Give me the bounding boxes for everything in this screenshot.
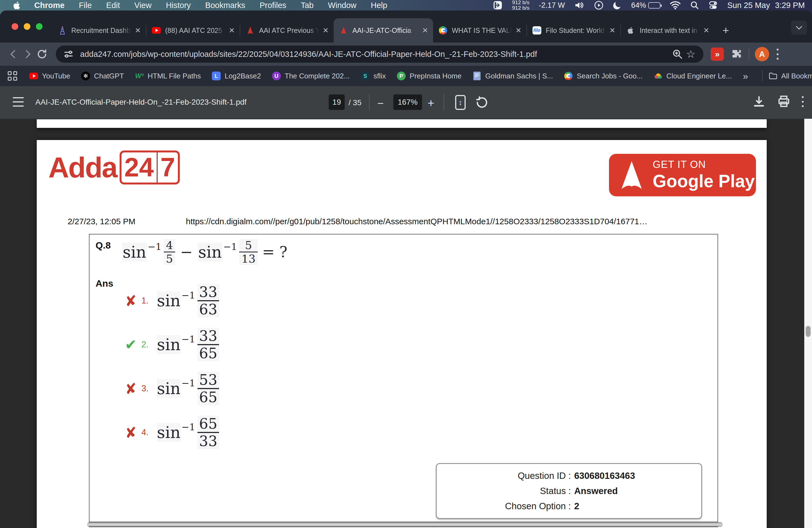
google-play-badge[interactable]: GET IT ON Google Play <box>609 154 756 196</box>
tab-youtube-aai-atc[interactable]: (88) AAI ATC 2025 ✕ <box>146 18 240 43</box>
minimize-window-button[interactable] <box>24 23 30 30</box>
pdf-scrollbar-track[interactable] <box>804 119 812 528</box>
menu-clock[interactable]: Sun 25 May 3:29 PM <box>727 1 805 10</box>
menu-profiles[interactable]: Profiles <box>260 1 286 10</box>
apps-grid-icon[interactable] <box>8 71 17 80</box>
tab-title: WHAT IS THE VALU <box>452 27 513 34</box>
status-value: Answered <box>574 486 701 496</box>
bookmark-label: Cloud Engineer Le... <box>666 72 732 80</box>
menu-chrome[interactable]: Chrome <box>34 1 64 10</box>
menu-window[interactable]: Window <box>328 1 356 10</box>
tab-title: Recruitment Dashb <box>71 27 133 34</box>
logo-24: 24 <box>121 152 157 182</box>
tab-close-icon[interactable]: ✕ <box>609 26 615 35</box>
close-window-button[interactable] <box>12 23 18 30</box>
pdf-page-input[interactable]: 19 <box>329 94 345 110</box>
bookmark-log2base2[interactable]: L Log2Base2 <box>212 72 261 80</box>
pdf-toolbar: AAI-JE-ATC-Official-Paper-Held-On_-21-Fe… <box>0 86 812 119</box>
bookmarks-overflow-icon[interactable]: » <box>743 71 748 82</box>
tab-close-icon[interactable]: ✕ <box>323 26 329 35</box>
sflix-icon: S <box>361 72 369 80</box>
media-play-icon[interactable] <box>594 1 604 10</box>
adda247-favicon <box>339 26 348 35</box>
adda247-favicon <box>246 26 255 35</box>
bookmark-chatgpt[interactable]: ✻ ChatGPT <box>81 72 124 80</box>
app-window-icon[interactable] <box>493 0 503 10</box>
tab-interact-with-text[interactable]: Interact with text in ✕ <box>621 18 714 43</box>
pdf-print-button[interactable] <box>777 94 791 109</box>
bookmark-udemy-course[interactable]: U The Complete 202... <box>272 72 350 80</box>
bookmark-sflix[interactable]: S sflix <box>361 72 386 80</box>
menu-tab[interactable]: Tab <box>301 1 314 10</box>
bookmark-prepinsta[interactable]: P PrepInsta Home <box>397 72 462 80</box>
battery-status[interactable]: 64% <box>631 1 661 10</box>
menu-history[interactable]: History <box>166 1 191 10</box>
tab-close-icon[interactable]: ✕ <box>422 26 428 35</box>
menu-edit[interactable]: Edit <box>106 1 120 10</box>
network-speed[interactable]: 912 b/s 912 b/s <box>512 0 529 11</box>
bookmark-html-file-paths[interactable]: W³ HTML File Paths <box>135 72 201 80</box>
pdf-fit-page-button[interactable]: ↕ <box>455 95 466 110</box>
focus-moon-icon[interactable] <box>613 1 622 10</box>
badge-google-play: Google Play <box>653 171 755 191</box>
tab-google-search[interactable]: WHAT IS THE VALU ✕ <box>433 18 526 43</box>
bookmarks-separator <box>762 70 763 82</box>
apple-menu-icon[interactable] <box>13 1 21 10</box>
option-index: 3. <box>141 384 157 394</box>
menu-help[interactable]: Help <box>371 1 388 10</box>
tab-recruitment-dashboard[interactable]: Recruitment Dashb ✕ <box>53 18 146 43</box>
tab-aai-je-atc-pdf-active[interactable]: AAI-JE-ATC-Officia ✕ <box>334 18 433 43</box>
back-button[interactable] <box>6 47 20 61</box>
pdf-more-options-icon[interactable] <box>801 96 804 107</box>
pdf-scrollbar-thumb[interactable] <box>806 326 811 337</box>
pdf-zoom-out-button[interactable]: − <box>377 97 383 109</box>
zoom-in-page-icon[interactable] <box>671 47 684 61</box>
bookmark-star-icon[interactable]: ☆ <box>684 47 697 61</box>
pdf-toolbar-right <box>752 94 804 109</box>
pdf-zoom-level[interactable]: 167% <box>393 94 422 110</box>
tab-close-icon[interactable]: ✕ <box>703 26 709 35</box>
chrome-menu-icon[interactable] <box>777 48 779 60</box>
zoom-window-button[interactable] <box>36 23 43 30</box>
bookmark-search-jobs[interactable]: Search Jobs - Goo... <box>564 72 642 80</box>
bookmark-goldman-sachs[interactable]: Goldman Sachs | S... <box>473 72 553 80</box>
chosen-option-value: 2 <box>574 501 701 511</box>
profile-avatar[interactable]: A <box>755 47 769 61</box>
tab-search-button[interactable] <box>791 20 807 35</box>
tab-close-icon[interactable]: ✕ <box>516 26 521 35</box>
new-tab-button[interactable]: + <box>718 23 734 38</box>
tab-filo-student[interactable]: filo Filo Student: World ✕ <box>527 18 620 43</box>
pdf-content-area: Adda 24 7 GET IT ON Google Play 2/27/23,… <box>0 119 812 528</box>
power-watts[interactable]: -2.17 W <box>539 1 565 10</box>
menu-items: Chrome File Edit View History Bookmarks … <box>34 1 387 10</box>
tab-close-icon[interactable]: ✕ <box>135 26 141 35</box>
reload-button[interactable] <box>35 47 49 61</box>
video-speed-extension-icon[interactable]: » <box>711 47 724 61</box>
wifi-icon[interactable] <box>670 1 681 10</box>
tab-close-icon[interactable]: ✕ <box>229 26 235 35</box>
bookmark-cloud-engineer[interactable]: Cloud Engineer Le... <box>654 72 732 80</box>
pdf-menu-icon[interactable] <box>13 97 24 107</box>
pdf-rotate-button[interactable] <box>475 96 489 109</box>
site-settings-icon[interactable] <box>62 47 75 61</box>
tab-title: Filo Student: World <box>546 27 607 34</box>
volume-icon[interactable] <box>574 1 585 10</box>
omnibox-url-field[interactable]: adda247.com/jobs/wp-content/uploads/site… <box>56 46 704 63</box>
bookmark-youtube[interactable]: YouTube <box>29 72 70 80</box>
control-center-icon[interactable] <box>708 1 718 10</box>
google-favicon <box>439 26 447 35</box>
youtube-favicon <box>152 26 161 35</box>
menu-file[interactable]: File <box>79 1 92 10</box>
forward-button[interactable] <box>20 47 35 61</box>
extensions-puzzle-icon[interactable] <box>730 47 743 61</box>
tab-aai-atc-previous[interactable]: AAI ATC Previous Y ✕ <box>240 18 334 43</box>
menu-bookmarks[interactable]: Bookmarks <box>205 1 245 10</box>
pdf-download-button[interactable] <box>752 94 766 109</box>
pdf-zoom-in-button[interactable]: + <box>427 97 434 110</box>
menu-view[interactable]: View <box>134 1 151 10</box>
cross-icon: ✘ <box>124 423 142 442</box>
spotlight-search-icon[interactable] <box>690 1 699 10</box>
battery-percent: 64% <box>631 1 646 10</box>
pdf-toolbar-separator <box>444 94 444 111</box>
all-bookmarks-button[interactable]: All Bookmarks <box>769 72 812 80</box>
